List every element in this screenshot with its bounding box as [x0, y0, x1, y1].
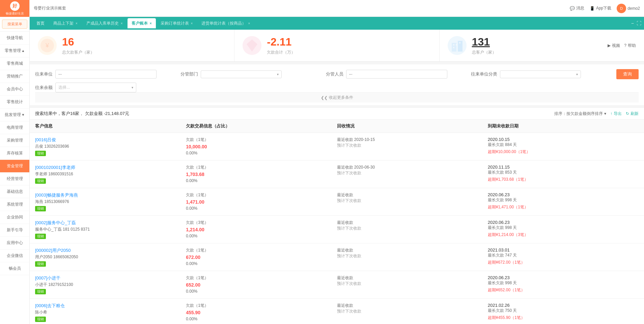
export-icon: ↑ [610, 111, 612, 116]
overdue-link[interactable]: 超期¥1,703.68（1笔） [488, 177, 639, 182]
next-payment-label: 预计下次收款 [337, 226, 488, 231]
tab-5[interactable]: 进货单统计表（按商品）× [197, 18, 254, 28]
last-payment-label: 最近收款 [337, 247, 488, 253]
overdue-link[interactable]: 超期¥10,000.00（1笔） [488, 149, 639, 155]
tab-close-5[interactable]: × [248, 22, 250, 25]
tab-4[interactable]: 采购订单统计表× [157, 18, 197, 28]
overdue-link[interactable]: 超期¥672.00（1笔） [488, 260, 639, 265]
table-row: [0006]去下粮仓陈小希现销欠款（1笔）455.900.00%最近收款预计下次… [30, 299, 644, 324]
tab-close-1[interactable]: × [76, 22, 78, 25]
tab-close-2[interactable]: × [121, 22, 123, 25]
download-btn[interactable]: 📱 App下载 [590, 5, 611, 11]
sidebar-item-8[interactable]: 采购管理 [0, 134, 29, 147]
customer-name-link[interactable]: [0007]小进干 [35, 275, 186, 281]
due-date-cell: 2020.11.15最长欠款 853 天超期¥1,703.68（1笔） [488, 165, 639, 182]
diamond-svg [244, 37, 260, 54]
video-btn[interactable]: ▶ 视频 [608, 43, 620, 49]
stat-info-1: 16 总欠款客户（家） [62, 36, 226, 55]
sidebar-item-11[interactable]: 经营管理 [0, 173, 29, 185]
customer-tag: 现销 [35, 151, 46, 156]
sidebar-item-13[interactable]: 系统管理 [0, 198, 29, 211]
sidebar-item-1[interactable]: 零售管理▲ [0, 45, 29, 57]
filter-select-type[interactable]: ▾ [500, 70, 581, 78]
col-debt-info: 欠款交易信息（占比） [186, 123, 337, 129]
refresh-button[interactable]: ↻ 刷新 [626, 111, 639, 117]
filter-select-dept[interactable]: ▾ [201, 70, 282, 78]
customer-name-link[interactable]: [0003]畅捷服务尹海燕 [35, 192, 186, 198]
next-payment-label: 预计下次收款 [337, 143, 488, 148]
customer-name-link[interactable]: [0006]去下粮仓 [35, 303, 186, 309]
sidebar-item-16[interactable]: 应用中心 [0, 237, 29, 249]
customer-name-link[interactable]: [0002]服务中心_丁磊 [35, 220, 186, 226]
tab-close-3[interactable]: × [150, 22, 152, 25]
user-menu[interactable]: D demo2 [617, 4, 640, 13]
customer-name-link[interactable]: [000002]用户2050 [35, 247, 186, 254]
sidebar-item-0[interactable]: 快捷导航 [0, 32, 29, 45]
customer-name-link[interactable]: [0016]吕俊 [35, 137, 186, 143]
sidebar-nav: 快捷导航零售管理▲零售商城营销推广会员中心零售统计批发管理▼电商管理采购管理库存… [0, 32, 29, 324]
sidebar-item-14[interactable]: 企业协同 [0, 211, 29, 224]
table-row: [0001020001]李老师李老师 18600391516现销欠款（1笔）1,… [30, 160, 644, 188]
tab-0[interactable]: 首页 [32, 18, 49, 28]
result-amount-text: 欠款金额 -21,148.07元 [85, 111, 129, 116]
debt-percent: 0.00% [186, 151, 337, 155]
sidebar-item-7[interactable]: 电商管理 [0, 121, 29, 134]
recovery-cell: 最近收款预计下次收款 [337, 303, 488, 314]
video-label: 视频 [612, 43, 620, 49]
filter-input-person[interactable]: ··· [346, 70, 447, 79]
sidebar-item-2[interactable]: 零售商城 [0, 57, 29, 70]
overdue-link[interactable]: 超期¥455.90（1笔） [488, 315, 639, 321]
export-button[interactable]: ↑ 导出 [610, 111, 622, 117]
message-btn[interactable]: 💬 消息 [570, 5, 584, 11]
filter-select-balance[interactable]: 选择... ▾ [55, 83, 136, 92]
stat-card-total-customers: 131 总客户（家） ▶ 视频 ? 帮助 [440, 30, 644, 61]
filter-unit-dots: ··· [58, 72, 62, 77]
sort-selector[interactable]: 排序：按欠款金额倒序排序 ▾ [554, 111, 606, 117]
last-payment-label: 最近收款 2020-06-30 [337, 165, 488, 170]
debt-amount: 1,703.68 [186, 172, 337, 177]
message-label: 消息 [576, 5, 584, 11]
debt-amount: 1,214.00 [186, 227, 337, 232]
tab-close-4[interactable]: × [191, 22, 193, 25]
tab-2[interactable]: 产成品入库单历史× [82, 18, 127, 28]
video-icon: ▶ [608, 43, 611, 48]
money-svg: ¥ [39, 37, 55, 54]
sidebar-item-15[interactable]: 新手引导 [0, 224, 29, 237]
tab-3[interactable]: 客户账本× [128, 18, 156, 28]
sidebar-item-17[interactable]: 企业微信 [0, 249, 29, 262]
filter-person-dots: ··· [349, 72, 353, 77]
tab-label-1: 商品上下架 [53, 21, 74, 26]
svg-rect-5 [453, 44, 454, 46]
sidebar-item-12[interactable]: 基础信息 [0, 185, 29, 198]
sidebar-item-4[interactable]: 会员中心 [0, 83, 29, 96]
overdue-link[interactable]: 超期¥652.00（1笔） [488, 287, 639, 293]
filter-input-unit[interactable]: ··· [55, 70, 157, 79]
customer-table: 客户信息 欠款交易信息（占比） 回收情况 到期未收款日期 [0016]吕俊吕俊 … [30, 120, 644, 324]
tab-1[interactable]: 商品上下架× [49, 18, 82, 28]
customer-info-cell: [0016]吕俊吕俊 13026203696现销 [35, 137, 186, 156]
sidebar-item-5[interactable]: 零售统计 [0, 96, 29, 109]
due-days-value: 最长欠款 998 天 [488, 197, 639, 203]
sidebar-item-9[interactable]: 库存核算 [0, 147, 29, 160]
tabs-expand-btn[interactable]: ⛶ [637, 21, 641, 26]
help-btn[interactable]: ? 帮助 [624, 43, 636, 49]
sidebar-item-10[interactable]: 资金管理 [0, 160, 29, 173]
due-days-value: 最长欠款 853 天 [488, 170, 639, 175]
overdue-link[interactable]: 超期¥1,214.00（3笔） [488, 232, 639, 238]
customer-name-link[interactable]: [0001020001]李老师 [35, 165, 186, 171]
filter-label-dept: 分管部门 [180, 71, 198, 77]
overdue-link[interactable]: 超期¥1,471.00（1笔） [488, 204, 639, 210]
due-date-value: 2021.03.01 [488, 247, 639, 253]
debt-total-label: 欠款合计（万） [267, 50, 431, 55]
search-menu-button[interactable]: 搜索菜单 [2, 20, 27, 29]
table-row: [0003]畅捷服务尹海燕海燕 18513066976现销欠款（1笔）1,471… [30, 188, 644, 216]
due-date-value: 2020.10.15 [488, 137, 639, 142]
table-row: [0007]小进干小进干 18279152100现销欠款（1笔）652.000.… [30, 271, 644, 299]
sidebar-item-6[interactable]: 批发管理▼ [0, 109, 29, 121]
sidebar-item-18[interactable]: 畅会员 [0, 262, 29, 275]
collapse-bar[interactable]: ❮❮ 收起更多条件 [35, 92, 639, 102]
recovery-cell: 最近收款预计下次收款 [337, 220, 488, 231]
query-button[interactable]: 查询 [616, 69, 639, 79]
sidebar-item-3[interactable]: 营销推广 [0, 70, 29, 83]
tabs-minimize-btn[interactable]: − [631, 21, 634, 26]
